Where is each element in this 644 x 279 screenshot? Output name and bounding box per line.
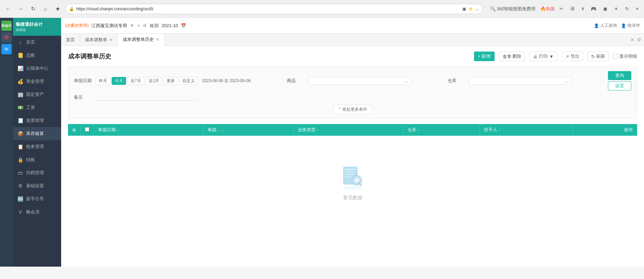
sidebar: 畅捷通好会计 旗舰版 ⌂首页📒总账📊云报表中心💰资金管理🏢固定资产💵工资🧾发票管… — [13, 18, 61, 267]
yesterday-btn[interactable]: 昨天 — [96, 77, 110, 85]
sidebar-nav: ⌂首页📒总账📊云报表中心💰资金管理🏢固定资产💵工资🧾发票管理📦库存核算📋税务管理… — [13, 36, 61, 219]
last7days-btn[interactable]: 近7天 — [127, 77, 144, 85]
forward-button[interactable]: → — [16, 4, 25, 14]
home-button[interactable]: ⌂ — [41, 4, 50, 14]
display-toggle[interactable]: 显示明细 — [613, 53, 637, 59]
tab-settings-icon[interactable]: ⚙ — [637, 37, 641, 42]
sidebar-icon-home: ⌂ — [17, 40, 23, 45]
dropdown-icon[interactable]: ▼ — [130, 23, 134, 28]
display-toggle-checkbox[interactable] — [613, 54, 618, 59]
empty-illustration — [339, 163, 366, 191]
new-btn[interactable]: + 新增 — [474, 52, 494, 61]
sidebar-header[interactable]: 畅捷通好会计 旗舰版 — [13, 18, 61, 36]
last1month-btn[interactable]: 近1月 — [146, 77, 162, 85]
sidebar-item-vip[interactable]: V畅会员 — [13, 205, 61, 219]
collapse-btn[interactable]: ⌃ 收起更多条件 — [334, 105, 372, 114]
warning-label: (勿删勿禁用) — [65, 23, 89, 29]
back-button[interactable]: ← — [3, 4, 13, 14]
filter-settings-btn[interactable]: 设置 — [608, 81, 631, 90]
note-input[interactable] — [95, 94, 198, 101]
sidebar-item-ledger[interactable]: 📒总账 — [13, 49, 61, 62]
data-table: ⚙ 单据日期 ↕ 单据... — [68, 124, 637, 136]
refresh-button[interactable]: ↻ — [28, 4, 38, 14]
tab-cost-adjust-close[interactable]: ✕ — [109, 37, 113, 42]
translate-tool[interactable]: 译 — [568, 5, 577, 13]
sidebar-icon-vip: V — [17, 209, 23, 215]
export-btn[interactable]: ↗ 导出 — [562, 52, 583, 61]
search-tool[interactable]: 🔍 360智能抠图免费用 — [488, 5, 538, 13]
warehouse-sort-icon[interactable]: ↕ — [418, 128, 419, 132]
add-company-btn[interactable]: + — [137, 23, 140, 29]
th-checkbox[interactable] — [81, 124, 94, 136]
th-number[interactable]: 单据... ↕ — [203, 124, 294, 136]
user-menu[interactable]: 👤 徐泽华 — [621, 23, 640, 29]
operator-sort-icon[interactable]: ↕ — [499, 128, 500, 132]
custom-date-btn[interactable]: 自定义 — [179, 77, 198, 85]
browser-chrome: ← → ↻ ⌂ ★ 🔒 https://cloud.chanjet.com/ac… — [0, 0, 644, 18]
goods-select[interactable]: ... — [308, 77, 411, 85]
th-warehouse[interactable]: 仓库 ↕ — [403, 124, 480, 136]
sidebar-item-payroll[interactable]: 💵工资 — [13, 101, 61, 114]
support-btn[interactable]: 👤 人工咨询 — [594, 23, 617, 29]
date-sort-icon[interactable]: ↕ — [117, 128, 119, 132]
menu-tool[interactable]: ≡ — [634, 5, 641, 12]
print-btn[interactable]: 🖨 打印 ▼ — [529, 52, 557, 61]
sidebar-item-fixed-assets[interactable]: 🏢固定资产 — [13, 88, 61, 101]
history-tool[interactable]: ↻ — [623, 5, 631, 12]
th-operator[interactable]: 经手人 ↕ — [480, 124, 573, 136]
url-text: https://cloud.chanjet.com/accounting/uru… — [76, 7, 460, 11]
note-filter-label: 备注 — [74, 94, 91, 100]
tab-home[interactable]: 首页 — [61, 34, 80, 46]
grid-tool[interactable]: ▣ — [601, 5, 609, 12]
query-btn[interactable]: 查询 — [608, 71, 631, 80]
msg-icon[interactable]: ✉ — [1, 44, 12, 54]
sidebar-icon-close: 🔒 — [17, 157, 23, 163]
sidebar-item-home[interactable]: ⌂首页 — [13, 36, 61, 49]
goods-filter-label: 商品 — [287, 78, 304, 84]
refresh-btn[interactable]: ↻ 刷新 — [587, 52, 609, 61]
tab-cost-adjust-history-close[interactable]: ✕ — [156, 37, 159, 42]
logo-icon[interactable]: 好会计 — [1, 21, 12, 31]
sidebar-item-inventory[interactable]: 📦库存核算 — [13, 127, 61, 140]
calendar-icon[interactable]: 📅 — [181, 23, 186, 28]
sidebar-item-archive[interactable]: 🗃归档管理 — [13, 166, 61, 179]
wallet-tool[interactable]: ¥ — [579, 5, 586, 12]
tab-close-all[interactable]: ✕ — [630, 37, 634, 43]
delete-btn[interactable]: 🗑 🗑 删除 — [499, 52, 526, 61]
th-settings[interactable]: ⚙ — [68, 124, 81, 136]
sidebar-item-invoice[interactable]: 🧾发票管理 — [13, 114, 61, 127]
number-sort-icon[interactable]: ↕ — [222, 128, 223, 132]
today-btn[interactable]: 今天 — [112, 77, 126, 85]
settings-icon[interactable]: ⚙ — [143, 23, 147, 28]
table-settings-icon[interactable]: ⚙ — [72, 127, 76, 133]
tab-cost-adjust[interactable]: 成本调整单 ✕ — [80, 34, 118, 46]
sidebar-item-guide[interactable]: 🆕新手引导 — [13, 192, 61, 205]
display-tool[interactable]: ☀ — [612, 5, 620, 12]
select-all-checkbox[interactable] — [85, 127, 89, 132]
support-icon: 👤 — [594, 23, 599, 28]
address-bar[interactable]: 🔒 https://cloud.chanjet.com/accounting/u… — [65, 4, 483, 14]
sidebar-item-close[interactable]: 🔒结账 — [13, 153, 61, 166]
more-date-btn[interactable]: 更多 — [163, 77, 178, 85]
sidebar-item-reports[interactable]: 📊云报表中心 — [13, 62, 61, 75]
weibo-icon[interactable]: 微 — [1, 32, 12, 43]
scissors-tool[interactable]: ✄ — [557, 5, 565, 12]
sidebar-label-fixed-assets: 固定资产 — [26, 91, 44, 98]
goods-more-icon[interactable]: ... — [404, 78, 408, 83]
warehouse-select[interactable]: ... — [469, 77, 572, 85]
game-tool[interactable]: 🎮 — [589, 5, 598, 12]
th-business-type[interactable]: 业务类型 ↕ — [294, 124, 403, 136]
btype-sort-icon[interactable]: ↕ — [317, 128, 319, 132]
star-button[interactable]: ★ — [53, 4, 63, 14]
display-toggle-label: 显示明细 — [619, 53, 637, 59]
warehouse-more-icon[interactable]: ... — [565, 78, 569, 83]
sidebar-item-funds[interactable]: 💰资金管理 — [13, 75, 61, 88]
tab-cost-adjust-history[interactable]: 成本调整单历史 ✕ — [118, 34, 165, 46]
sidebar-item-tax[interactable]: 📋税务管理 — [13, 140, 61, 153]
top-bar-right: 👤 人工咨询 👤 徐泽华 — [594, 23, 640, 29]
period-label: 账期 — [150, 23, 159, 29]
company-name: 江西服宝测试专用 — [91, 23, 127, 29]
empty-text: 暂无数据 — [343, 195, 362, 201]
th-date[interactable]: 单据日期 ↕ — [94, 124, 203, 136]
sidebar-item-settings[interactable]: ⚙基础设置 — [13, 179, 61, 192]
